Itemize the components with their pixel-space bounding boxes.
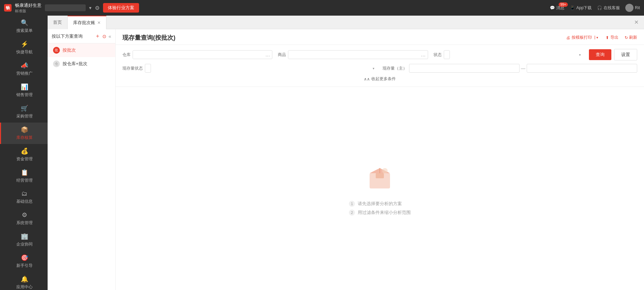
sidebar-item-operations[interactable]: 📋 经营管理 [0, 165, 48, 187]
sidebar-label-operations: 经营管理 [16, 178, 33, 183]
add-scheme-button[interactable]: ＋ [95, 33, 100, 40]
sidebar-label-enterprise: 企业协同 [16, 241, 33, 247]
page-header: 现存量查询(按批次) 🖨 按模板打印 ▾ ⬆ 导出 [116, 29, 644, 45]
sidebar-item-marketing[interactable]: 📣 营销推广 [0, 58, 48, 80]
message-icon: 💬 [550, 5, 555, 10]
sidebar-item-appstore[interactable]: 🔔 应用中心 [0, 272, 48, 290]
status-label: 状态 [434, 52, 442, 58]
chevron-down-icon[interactable]: ▾ [89, 5, 91, 11]
filter-row-1: 仓库 … 商品 … [122, 49, 637, 60]
scheme-item-batch[interactable]: 批 按批次 [48, 43, 115, 57]
online-service-label: 在线客服 [604, 5, 620, 11]
status-select[interactable] [444, 50, 450, 59]
trial-button[interactable]: 体验行业方案 [103, 3, 139, 13]
stock-qty-filter: 现存量（主） — [383, 64, 637, 73]
scheme-batch-label: 按批次 [63, 47, 76, 53]
sidebar-item-sales[interactable]: 📊 销售管理 [0, 80, 48, 101]
gear-icon[interactable]: ⚙ [95, 5, 100, 11]
stock-qty-max-input[interactable] [527, 64, 637, 73]
headset-icon: 🎧 [597, 5, 602, 10]
stock-status-select-wrapper [145, 64, 377, 73]
tab-close-icon[interactable]: ✕ [97, 20, 101, 25]
sidebar-item-inventory[interactable]: 📦 库存核算 [0, 123, 48, 144]
batch-account-tab-label: 库存批次账 [73, 20, 95, 26]
product-input[interactable] [288, 51, 419, 59]
product-input-wrapper: … [288, 50, 428, 59]
warehouse-dots-button[interactable]: … [263, 52, 272, 57]
empty-illustration [363, 161, 397, 195]
hint-num-2: 2 [349, 210, 355, 216]
sidebar-item-guide[interactable]: 🎯 新手引导 [0, 251, 48, 272]
sales-icon: 📊 [21, 83, 28, 91]
app-download-label: App下载 [576, 5, 592, 11]
stock-status-select[interactable] [145, 64, 151, 73]
query-button[interactable]: 查询 [589, 49, 611, 60]
header-right: 💬 消息 99+ 📱 App下载 🎧 在线客服 Rit [550, 4, 640, 12]
page-content: 按以下方案查询 ＋ ⊙ « 批 按批次 仓 按仓库+批次 [48, 29, 644, 290]
product-label: 商品 [278, 52, 286, 58]
empty-hint-2: 2 用过滤条件来缩小分析范围 [349, 210, 411, 216]
range-separator: — [521, 66, 525, 71]
sidebar-label-inventory: 库存核算 [16, 135, 33, 141]
home-tab-label: 首页 [53, 19, 62, 25]
export-icon: ⬆ [606, 35, 609, 40]
breadcrumb-input[interactable] [45, 4, 86, 11]
tab-batch-account[interactable]: 库存批次账 ✕ [68, 16, 106, 29]
online-service-item[interactable]: 🎧 在线客服 [597, 5, 620, 11]
sidebar-item-search[interactable]: 🔍 搜索菜单 [0, 16, 48, 37]
print-label: 按模板打印 [572, 35, 592, 40]
settings-button[interactable]: 设置 [614, 49, 637, 60]
phone-icon: 📱 [570, 5, 575, 10]
tab-bar: 首页 库存批次账 ✕ ✕ [48, 16, 644, 29]
collapse-left-panel-button[interactable]: « [108, 34, 111, 39]
left-panel-title: 按以下方案查询 [52, 33, 83, 39]
print-button[interactable]: 🖨 按模板打印 [563, 33, 595, 42]
top-header: 畅 畅康通好生意 标准版 ▾ ⚙ 体验行业方案 💬 消息 99+ 📱 App下载… [0, 0, 644, 16]
sidebar-label-appstore: 应用中心 [16, 284, 33, 290]
collapse-filter-button[interactable]: ∧∧ 收起更多条件 [122, 74, 637, 83]
close-tab-button[interactable]: ✕ [629, 19, 644, 25]
sidebar-item-enterprise[interactable]: 🏢 企业协同 [0, 229, 48, 251]
warehouse-input[interactable] [133, 51, 263, 59]
product-dots-button[interactable]: … [419, 52, 428, 57]
stock-qty-range: — [409, 64, 637, 73]
app-subtitle: 标准版 [15, 8, 41, 14]
scheme-item-warehouse-batch[interactable]: 仓 按仓库+批次 [48, 57, 115, 71]
hint-text-2: 用过滤条件来缩小分析范围 [358, 210, 411, 216]
tab-home[interactable]: 首页 [48, 16, 68, 29]
main-layout: 🔍 搜索菜单 ⚡ 快捷导航 📣 营销推广 📊 销售管理 🛒 采购管理 📦 库存核… [0, 16, 644, 290]
sidebar-item-system[interactable]: ⚙ 系统管理 [0, 208, 48, 229]
empty-state: 1 请先选择要分析的方案 2 用过滤条件来缩小分析范围 [116, 87, 644, 290]
sidebar-item-shortcut[interactable]: ⚡ 快捷导航 [0, 37, 48, 58]
stock-status-filter: 现存量状态 [122, 64, 377, 73]
export-button[interactable]: ⬆ 导出 [603, 33, 621, 42]
scheme-warehouse-icon: 仓 [53, 60, 60, 67]
app-download-item[interactable]: 📱 App下载 [570, 5, 592, 11]
filter-area: 仓库 … 商品 … [116, 45, 644, 87]
sidebar-item-purchase[interactable]: 🛒 采购管理 [0, 101, 48, 123]
print-icon: 🖨 [566, 35, 570, 40]
sidebar-label-sales: 销售管理 [16, 92, 33, 98]
status-filter: 状态 [434, 50, 583, 59]
stock-qty-min-input[interactable] [409, 64, 520, 73]
right-panel: 现存量查询(按批次) 🖨 按模板打印 ▾ ⬆ 导出 [116, 29, 644, 290]
sidebar: 🔍 搜索菜单 ⚡ 快捷导航 📣 营销推广 📊 销售管理 🛒 采购管理 📦 库存核… [0, 16, 48, 290]
print-arrow-button[interactable]: ▾ [595, 36, 599, 39]
sidebar-item-finance[interactable]: 💰 资金管理 [0, 144, 48, 165]
svg-rect-2 [376, 173, 384, 178]
product-filter: 商品 … [278, 50, 428, 59]
app-logo: 畅 [4, 4, 12, 12]
marketing-icon: 📣 [21, 62, 28, 69]
sidebar-label-system: 系统管理 [16, 220, 33, 226]
user-item[interactable]: Rit [625, 4, 640, 12]
messages-badge: 99+ [559, 2, 568, 7]
sidebar-label-guide: 新手引导 [16, 263, 33, 269]
messages-item[interactable]: 💬 消息 99+ [550, 5, 564, 11]
refresh-button[interactable]: ↻ 刷新 [625, 35, 637, 40]
sidebar-item-basic[interactable]: 🗂 基础信息 [0, 187, 48, 208]
header-left: 畅 畅康通好生意 标准版 ▾ ⚙ 体验行业方案 [4, 2, 139, 14]
avatar [625, 4, 633, 12]
sidebar-label-marketing: 营销推广 [16, 71, 33, 76]
content-area: 首页 库存批次账 ✕ ✕ 按以下方案查询 ＋ ⊙ « [48, 16, 644, 290]
manage-scheme-button[interactable]: ⊙ [102, 34, 106, 39]
